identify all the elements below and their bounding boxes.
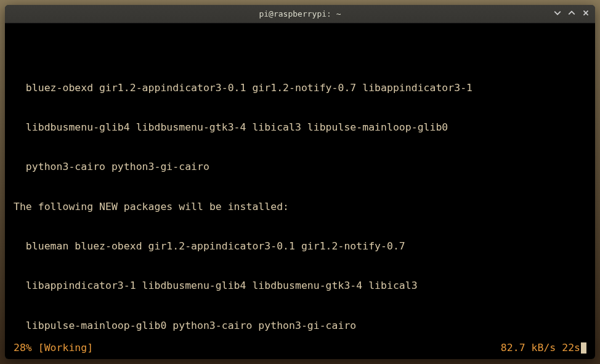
close-icon <box>582 9 590 18</box>
progress-percent: 28% [Working] <box>14 341 93 354</box>
output-line: 0 upgraded, 11 newly installed, 0 to rem… <box>14 358 586 359</box>
window-title: pi@raspberrypi: ~ <box>47 9 553 18</box>
cursor-icon <box>581 342 586 354</box>
output-line: libdbusmenu-glib4 libdbusmenu-gtk3-4 lib… <box>14 121 586 134</box>
output-line: python3-cairo python3-gi-cairo <box>14 160 586 173</box>
output-line: libpulse-mainloop-glib0 python3-cairo py… <box>14 319 586 332</box>
chevron-up-icon <box>568 9 575 18</box>
output-line: bluez-obexd gir1.2-appindicator3-0.1 gir… <box>14 81 586 94</box>
terminal-window: pi@raspberrypi: ~ bluez-obexd gir1.2-app… <box>5 5 595 359</box>
progress-speed: 82.7 kB/s 22s <box>501 341 586 354</box>
chevron-down-icon <box>554 9 561 18</box>
output-line: The following NEW packages will be insta… <box>14 200 586 213</box>
output-line: blueman bluez-obexd gir1.2-appindicator3… <box>14 240 586 253</box>
terminal-body[interactable]: bluez-obexd gir1.2-appindicator3-0.1 gir… <box>5 23 595 359</box>
output-line: libappindicator3-1 libdbusmenu-glib4 lib… <box>14 279 586 292</box>
progress-status-line: 28% [Working] 82.7 kB/s 22s <box>14 341 586 354</box>
terminal-output: bluez-obexd gir1.2-appindicator3-0.1 gir… <box>14 55 586 359</box>
window-controls <box>553 10 590 18</box>
titlebar[interactable]: pi@raspberrypi: ~ <box>5 5 595 23</box>
maximize-button[interactable] <box>567 10 575 18</box>
close-button[interactable] <box>582 10 590 18</box>
minimize-button[interactable] <box>553 10 561 18</box>
